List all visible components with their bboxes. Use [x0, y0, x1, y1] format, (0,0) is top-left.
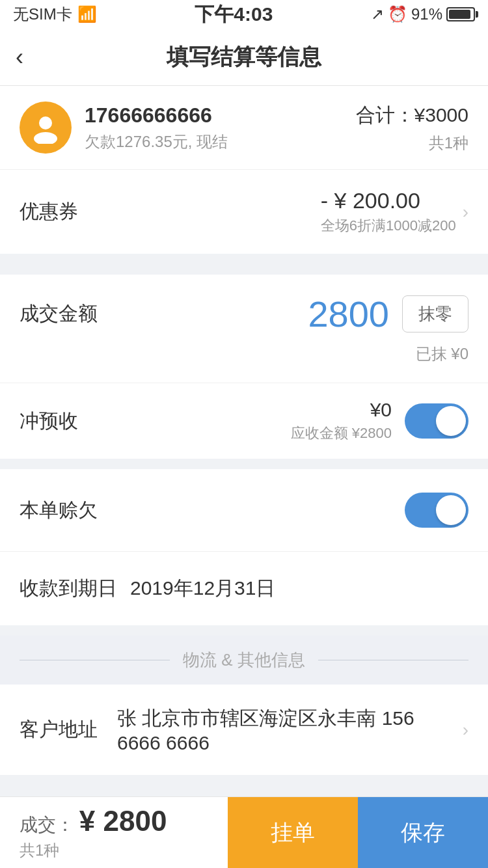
- section-gap-1: [0, 264, 488, 275]
- customer-details: 17666666666 欠款1276.35元, 现结: [85, 103, 228, 152]
- divider-label: 物流 & 其他信息: [183, 649, 305, 671]
- battery-icon: [446, 7, 475, 21]
- debt-toggle[interactable]: [405, 493, 468, 528]
- debt-toggle-knob: [436, 495, 466, 525]
- divider-line-left: [20, 660, 170, 660]
- customer-info-row: 17666666666 欠款1276.35元, 现结 合计：¥3000 共1种: [0, 86, 488, 169]
- deal-erased: 已抹 ¥0: [416, 345, 468, 362]
- address-chevron-icon: ›: [463, 720, 468, 740]
- footer-deal-row: 成交： ¥ 2800: [20, 805, 208, 837]
- footer-deal-label: 成交：: [20, 815, 74, 835]
- logistics-divider: 物流 & 其他信息: [0, 636, 488, 685]
- deal-section: 成交金额 2800 抹零 已抹 ¥0: [0, 275, 488, 383]
- precollect-row: 冲预收 ¥0 应收金额 ¥2800: [0, 383, 488, 459]
- total-count: 共1种: [356, 133, 468, 154]
- svg-point-1: [34, 132, 57, 144]
- precollect-amount-wrap: ¥0 应收金额 ¥2800: [291, 399, 392, 443]
- address-value: 张 北京市市辖区海淀区永丰南 156 6666 6666: [117, 705, 463, 754]
- wifi-icon: 📶: [77, 5, 97, 23]
- battery-percent: 91%: [411, 5, 442, 23]
- back-button[interactable]: ‹: [16, 44, 23, 71]
- precollect-toggle-knob: [436, 406, 466, 436]
- location-icon: ↗: [371, 5, 384, 23]
- customer-right: 合计：¥3000 共1种: [356, 102, 468, 154]
- save-button[interactable]: 保存: [358, 797, 488, 869]
- coupon-right: - ¥ 200.00 全场6折满1000减200 ›: [321, 188, 468, 236]
- total-amount: 合计：¥3000: [356, 102, 468, 129]
- precollect-receivable: 应收金额 ¥2800: [291, 424, 392, 443]
- alarm-icon: ⏰: [388, 5, 407, 23]
- avatar: [20, 102, 72, 154]
- footer-amount: ¥ 2800: [79, 805, 167, 837]
- customer-card: 17666666666 欠款1276.35元, 现结 合计：¥3000 共1种 …: [0, 86, 488, 254]
- nav-bar: ‹ 填写结算等信息: [0, 29, 488, 86]
- coupon-info: - ¥ 200.00 全场6折满1000减200: [321, 188, 456, 236]
- duedate-value: 2019年12月31日: [130, 575, 275, 602]
- address-row[interactable]: 客户地址 张 北京市市辖区海淀区永丰南 156 6666 6666 ›: [0, 685, 488, 775]
- deal-row: 成交金额 2800 抹零: [20, 293, 468, 335]
- status-right: ↗ ⏰ 91%: [371, 5, 475, 23]
- svg-point-0: [39, 116, 52, 129]
- coupon-row[interactable]: 优惠券 - ¥ 200.00 全场6折满1000减200 ›: [0, 169, 488, 254]
- footer-info: 成交： ¥ 2800 共1种: [0, 805, 228, 861]
- chevron-right-icon: ›: [463, 202, 468, 223]
- carrier-label: 无SIM卡: [13, 4, 72, 25]
- divider-line-right: [318, 660, 468, 660]
- deal-amount: 2800: [308, 293, 389, 335]
- status-time: 下午4:03: [195, 1, 273, 28]
- debt-row: 本单赊欠: [0, 469, 488, 551]
- customer-subtitle: 欠款1276.35元, 现结: [85, 131, 228, 152]
- deal-value-wrap: 2800 抹零: [308, 293, 468, 335]
- precollect-label: 冲预收: [20, 408, 78, 435]
- section-gap-2: [0, 459, 488, 469]
- round-button[interactable]: 抹零: [402, 295, 468, 332]
- duedate-row: 收款到期日 2019年12月31日: [0, 551, 488, 625]
- status-bar: 无SIM卡 📶 下午4:03 ↗ ⏰ 91%: [0, 0, 488, 29]
- footer-count: 共1种: [20, 840, 208, 861]
- debt-label: 本单赊欠: [20, 497, 98, 524]
- nav-title: 填写结算等信息: [167, 42, 321, 72]
- hang-button[interactable]: 挂单: [228, 797, 358, 869]
- coupon-desc: 全场6折满1000减200: [321, 216, 456, 236]
- precollect-right: ¥0 应收金额 ¥2800: [291, 399, 468, 443]
- footer: 成交： ¥ 2800 共1种 挂单 保存: [0, 796, 488, 868]
- duedate-label: 收款到期日: [20, 575, 117, 602]
- address-label: 客户地址: [20, 716, 98, 743]
- customer-left: 17666666666 欠款1276.35元, 现结: [20, 102, 228, 154]
- customer-phone: 17666666666: [85, 103, 228, 128]
- coupon-discount: - ¥ 200.00: [321, 188, 456, 213]
- deal-label: 成交金额: [20, 301, 98, 327]
- precollect-toggle[interactable]: [405, 403, 468, 439]
- coupon-label: 优惠券: [20, 198, 78, 225]
- precollect-amount: ¥0: [291, 399, 392, 421]
- status-left: 无SIM卡 📶: [13, 4, 97, 25]
